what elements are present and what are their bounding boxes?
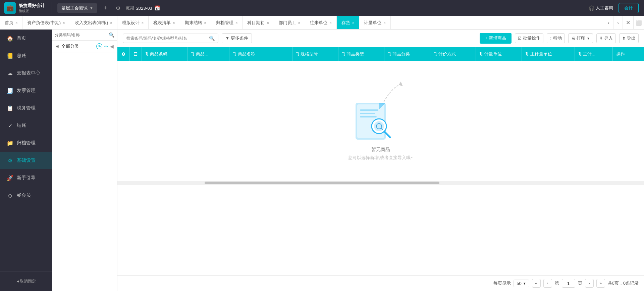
tab-close-btn-11[interactable]: ×	[383, 21, 385, 25]
tab-close-btn-10[interactable]: ×	[352, 21, 354, 25]
sidebar-label-0: 首页	[17, 35, 26, 41]
tab-item-4[interactable]: 税表清单×	[149, 16, 180, 30]
tab-item-2[interactable]: 收入支出表(年报)×	[70, 16, 117, 30]
sidebar-item-6[interactable]: 📁归档管理	[0, 134, 52, 152]
page-last-btn[interactable]: »	[596, 279, 605, 288]
tab-label-3: 模版设计	[122, 20, 140, 26]
page-next-btn[interactable]: ›	[585, 279, 594, 288]
sidebar-icon-9: ◇	[7, 192, 13, 199]
tab-expand[interactable]: ⬜	[633, 16, 644, 30]
sidebar-item-7[interactable]: ⚙基础设置	[0, 152, 52, 169]
import-btn[interactable]: ⬇ 导入	[596, 33, 616, 43]
account-btn[interactable]: 会计	[619, 3, 639, 13]
th-type[interactable]: ⇅ 商品类型	[338, 47, 384, 61]
search-icon[interactable]: 🔍	[209, 36, 215, 41]
page-number-input[interactable]	[562, 279, 575, 288]
category-search-icon[interactable]: 🔍	[109, 32, 114, 38]
page-start-label: 第	[555, 280, 559, 286]
tab-item-0[interactable]: 首页×	[0, 16, 22, 30]
move-btn[interactable]: ↕ 移动	[547, 33, 565, 43]
th-price-method[interactable]: ⇅ 计价方式	[430, 47, 476, 61]
service-label: 人工咨询	[596, 5, 613, 11]
sidebar-item-0[interactable]: 🏠首页	[0, 30, 52, 47]
th-main-unit[interactable]: ⇅ 主计量单位	[522, 47, 575, 61]
headset-icon: 🎧	[589, 5, 594, 11]
edit-icon[interactable]: ✏	[104, 44, 108, 49]
sidebar-bottom: ◄取消固定	[0, 272, 52, 291]
top-header: 💼 畅捷通好会计 旗舰版 基层工会测试 ▼ + ⚙ 账期 2023-03 📅 🎧…	[0, 0, 644, 16]
th-settings[interactable]: ⚙	[117, 47, 129, 61]
svg-marker-0	[399, 82, 403, 86]
company-selector[interactable]: 基层工会测试 ▼	[57, 3, 97, 13]
th-checkbox[interactable]: ☐	[129, 47, 142, 61]
tab-nav-prev[interactable]: ‹	[604, 16, 613, 30]
sidebar-label-9: 畅会员	[17, 192, 31, 198]
tab-close-btn-9[interactable]: ×	[329, 21, 331, 25]
tab-close-btn-7[interactable]: ×	[267, 21, 269, 25]
sidebar-item-5[interactable]: ✓结账	[0, 117, 52, 134]
tab-close-btn-1[interactable]: ×	[63, 21, 65, 25]
tab-close-btn-0[interactable]: ×	[15, 21, 17, 25]
calendar-icon[interactable]: 📅	[154, 5, 160, 11]
empty-state: 暂无商品 您可以选择新增,或者直接导入哦~	[117, 61, 644, 181]
sidebar-item-2[interactable]: ☁云报表中心	[0, 64, 52, 82]
tab-item-11[interactable]: 计量单位×	[359, 16, 390, 30]
tab-item-9[interactable]: 往来单位×	[305, 16, 336, 30]
page-size-select[interactable]: 50 ▼	[514, 280, 529, 287]
tab-close-btn-2[interactable]: ×	[110, 21, 112, 25]
left-panel: 🔍 ⊞ 全部分类 👁 ✏ ◀	[52, 30, 117, 291]
sidebar-item-1[interactable]: 📒总账	[0, 47, 52, 64]
th-unit[interactable]: ⇅ 计量单位	[476, 47, 522, 61]
sidebar-item-8[interactable]: 🚀新手引导	[0, 169, 52, 187]
sidebar-item-3[interactable]: 🧾发票管理	[0, 82, 52, 99]
th-spec[interactable]: ⇅ 规格型号	[292, 47, 338, 61]
tab-nav-next[interactable]: ›	[613, 16, 623, 30]
cancel-fixed-btn[interactable]: ◄取消固定	[0, 276, 52, 287]
tab-close-all[interactable]: ✕	[623, 16, 633, 30]
add-product-btn[interactable]: + 新增商品	[480, 33, 512, 44]
scrollbar-area[interactable]	[117, 181, 644, 185]
more-conditions-btn[interactable]: ▼ 更多条件	[222, 33, 252, 43]
tab-close-btn-8[interactable]: ×	[298, 21, 300, 25]
th-barcode[interactable]: ⇅ 商品条码	[142, 47, 187, 61]
sidebar-icon-2: ☁	[7, 70, 13, 77]
tab-item-5[interactable]: 期末结转×	[180, 16, 211, 30]
tab-close-btn-4[interactable]: ×	[173, 21, 175, 25]
sidebar-icon-0: 🏠	[7, 35, 13, 42]
page-prev-btn[interactable]: ‹	[543, 279, 552, 288]
toolbar: 🔍 ▼ 更多条件 + 新增商品 ☑ 批量操作 ↕	[117, 30, 644, 47]
export-btn[interactable]: ⬆ 导出	[619, 33, 639, 43]
product-search-input[interactable]	[126, 36, 207, 41]
tab-item-3[interactable]: 模版设计×	[117, 16, 149, 30]
page-first-btn[interactable]: «	[532, 279, 541, 288]
scrollbar-thumb[interactable]	[205, 182, 439, 184]
sidebar-item-9[interactable]: ◇畅会员	[0, 187, 52, 204]
sidebar-item-4[interactable]: 📋税务管理	[0, 99, 52, 117]
tab-item-7[interactable]: 科目期初×	[243, 16, 274, 30]
tab-item-10[interactable]: 存货×	[337, 16, 359, 30]
tab-close-btn-3[interactable]: ×	[142, 21, 144, 25]
empty-sub-text: 您可以选择新增,或者直接导入哦~	[348, 155, 413, 161]
category-search-input[interactable]	[55, 33, 107, 37]
checkbox-icon: ☑	[518, 36, 522, 41]
print-btn[interactable]: 🖨 打印 ▼	[568, 33, 593, 43]
batch-op-btn[interactable]: ☑ 批量操作	[515, 33, 543, 43]
pagination: 每页显示 50 ▼ « ‹ 第 页 › » 共0页，0条记录	[117, 275, 644, 291]
tab-close-btn-5[interactable]: ×	[204, 21, 206, 25]
sidebar-label-6: 归档管理	[17, 140, 36, 146]
service-btn[interactable]: 🎧 人工咨询	[589, 5, 613, 11]
settings-icon-btn[interactable]: ⚙	[113, 3, 123, 13]
add-icon-btn[interactable]: +	[101, 3, 110, 13]
tab-close-btn-6[interactable]: ×	[235, 21, 237, 25]
th-name[interactable]: ⇅ 商品名称	[229, 47, 292, 61]
collapse-icon[interactable]: ◀	[110, 44, 114, 49]
tab-label-10: 存货	[341, 20, 350, 26]
table-container: ⚙ ☐ ⇅ 商品条码 ⇅ 商品... ⇅ 商品名称 ⇅ 规格型号 ⇅ 商品类型 …	[117, 47, 644, 275]
sidebar-icon-5: ✓	[7, 123, 13, 129]
tab-item-1[interactable]: 资产负债表(中期)×	[22, 16, 70, 30]
tab-item-6[interactable]: 归档管理×	[211, 16, 243, 30]
tab-item-8[interactable]: 部门员工×	[274, 16, 305, 30]
th-code[interactable]: ⇅ 商品...	[187, 47, 229, 61]
th-category[interactable]: ⇅ 商品分类	[384, 47, 430, 61]
th-main-code[interactable]: ⇅ 主计...	[575, 47, 612, 61]
